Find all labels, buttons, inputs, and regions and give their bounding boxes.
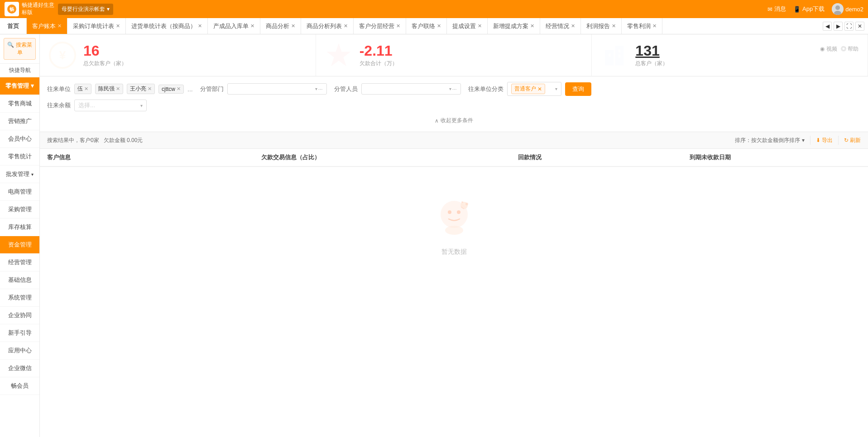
logo-area: 畅 畅捷通好生意 标版 — [5, 2, 54, 16]
sidebar-item-basic-info[interactable]: 基础信息 — [0, 271, 39, 289]
main-layout: 🔍 搜索菜单 快捷导航 零售管理 ▾ 零售商城 营销推广 会员中心 零售统计 批… — [0, 34, 868, 437]
close-icon[interactable]: ✕ — [198, 23, 202, 29]
tab-customer-layer[interactable]: 客户分层经营 ✕ — [354, 18, 406, 34]
svg-point-15 — [445, 226, 463, 235]
video-help-btn[interactable]: ◉ 视频 — [820, 45, 837, 53]
sidebar-item-app-center[interactable]: 应用中心 — [0, 342, 39, 360]
svg-point-21 — [461, 201, 463, 203]
close-icon[interactable]: ✕ — [530, 23, 534, 29]
remove-tag-wu[interactable]: ✕ — [84, 86, 88, 92]
close-icon[interactable]: ✕ — [612, 23, 616, 29]
sidebar-item-marketing[interactable]: 营销推广 — [0, 113, 39, 130]
close-icon[interactable]: ✕ — [291, 23, 295, 29]
query-button[interactable]: 查询 — [565, 82, 591, 96]
tab-new-commission[interactable]: 新增提成方案 ✕ — [488, 18, 540, 34]
user-profile[interactable]: demo2 — [832, 3, 863, 15]
tab-retail-profit[interactable]: 零售利润 ✕ — [622, 18, 662, 34]
close-icon[interactable]: ✕ — [571, 23, 575, 29]
sort-select[interactable]: 排序：按欠款金额倒序排序 ▾ — [735, 137, 805, 144]
refresh-icon: ↻ — [844, 137, 849, 143]
sidebar-item-purchase[interactable]: 采购管理 — [0, 201, 39, 218]
messages-btn[interactable]: ✉ 消息 — [767, 5, 786, 13]
sidebar-item-retail-mgmt[interactable]: 零售管理 ▾ — [0, 77, 39, 95]
search-menu-btn[interactable]: 🔍 搜索菜单 — [4, 38, 36, 60]
svg-text:+: + — [337, 49, 340, 53]
sidebar: 🔍 搜索菜单 快捷导航 零售管理 ▾ 零售商城 营销推广 会员中心 零售统计 批… — [0, 34, 40, 437]
filter-tag-wu[interactable]: 伍 ✕ — [74, 84, 91, 94]
tab-product-instock[interactable]: 产成品入库单 ✕ — [208, 18, 260, 34]
nav-close-all[interactable]: ✕ — [855, 22, 864, 31]
remove-tag-wang[interactable]: ✕ — [148, 86, 152, 92]
close-icon[interactable]: ✕ — [478, 23, 482, 29]
tab-inventory-stats[interactable]: 进货单统计表（按商品） ✕ — [126, 18, 208, 34]
filter-tag-cjttcw[interactable]: cjttcw ✕ — [158, 85, 184, 94]
stat-customers-label: 总欠款客户（家） — [83, 60, 127, 67]
close-icon[interactable]: ✕ — [437, 23, 441, 29]
sidebar-item-inventory[interactable]: 库存核算 — [0, 218, 39, 236]
remove-classify-tag[interactable]: ✕ — [537, 86, 542, 92]
top-bar-right: ✉ 消息 📱 App下载 demo2 — [767, 3, 863, 15]
tab-profit-report[interactable]: 利润报告 ✕ — [581, 18, 622, 34]
sidebar-item-enterprise[interactable]: 企业协同 — [0, 307, 39, 324]
tab-purchase-order-stats[interactable]: 采购订单统计表 ✕ — [67, 18, 126, 34]
stat-total-value: 131 — [635, 43, 668, 58]
close-icon[interactable]: ✕ — [344, 23, 348, 29]
dept-select[interactable]: ▾ ··· — [227, 83, 327, 95]
close-icon[interactable]: ✕ — [58, 23, 62, 29]
collapse-filters-btn[interactable]: ∧ 收起更多条件 — [435, 117, 473, 124]
sidebar-item-wholesale[interactable]: 批发管理 ▾ — [0, 166, 39, 183]
filter-tag-chen[interactable]: 陈民强 ✕ — [95, 84, 123, 94]
refresh-btn[interactable]: ↻ 刷新 — [844, 137, 861, 144]
help-btn[interactable]: ◎ 帮助 — [841, 45, 858, 53]
nav-fullscreen[interactable]: ⛶ — [844, 22, 854, 31]
person-select[interactable]: ▾ ··· — [361, 83, 461, 95]
nav-left-arrow[interactable]: ◀ — [823, 22, 832, 31]
download-btn[interactable]: 📱 App下载 — [793, 5, 825, 13]
remove-tag-chen[interactable]: ✕ — [116, 86, 120, 92]
stat-card-amount: + -2.11 欠款合计（万） — [316, 34, 592, 76]
sidebar-item-guide[interactable]: 新手引导 — [0, 324, 39, 342]
empty-state: 暂无数据 — [40, 167, 868, 283]
sidebar-item-operation[interactable]: 经营管理 — [0, 254, 39, 271]
svg-point-16 — [448, 210, 451, 214]
sidebar-item-system[interactable]: 系统管理 — [0, 289, 39, 307]
nav-right-arrow[interactable]: ▶ — [834, 22, 843, 31]
close-icon[interactable]: ✕ — [652, 23, 657, 29]
close-icon[interactable]: ✕ — [250, 23, 254, 29]
tab-commission-settings[interactable]: 提成设置 ✕ — [447, 18, 488, 34]
results-summary: 搜索结果中，客户0家 欠款金额 0.00元 — [47, 137, 143, 144]
svg-rect-11 — [609, 53, 611, 57]
tab-customer-contact[interactable]: 客户联络 ✕ — [406, 18, 447, 34]
tab-goods-analysis[interactable]: 商品分析 ✕ — [260, 18, 301, 34]
results-actions: 排序：按欠款金额倒序排序 ▾ ⬇ 导出 ↻ 刷新 — [735, 136, 861, 145]
svg-text:¥: ¥ — [59, 48, 66, 62]
tab-home[interactable]: 首页 — [0, 18, 27, 34]
svg-point-17 — [457, 210, 460, 214]
sidebar-item-wechat[interactable]: 企业微信 — [0, 360, 39, 377]
logo-icon: 畅 — [5, 2, 19, 16]
stat-star-icon: + — [325, 42, 352, 69]
logo-text: 畅捷通好生意 标版 — [22, 2, 54, 16]
quick-nav-btn[interactable]: 快捷导航 — [0, 64, 39, 77]
close-icon[interactable]: ✕ — [396, 23, 400, 29]
sidebar-item-retail-mall[interactable]: 零售商城 — [0, 95, 39, 113]
message-icon: ✉ — [767, 6, 772, 13]
classify-select[interactable]: 普通客户 ✕ ▾ — [507, 82, 561, 96]
tab-goods-analysis-list[interactable]: 商品分析列表 ✕ — [301, 18, 354, 34]
balance-select[interactable]: 选择... ▾ — [74, 100, 147, 111]
export-btn[interactable]: ⬇ 导出 — [816, 137, 833, 144]
sidebar-item-ecommerce[interactable]: 电商管理 — [0, 183, 39, 201]
classify-tag[interactable]: 普通客户 ✕ — [511, 84, 545, 94]
more-tags-btn[interactable]: ... — [187, 86, 193, 93]
sidebar-item-retail-stats[interactable]: 零售统计 — [0, 148, 39, 166]
close-icon[interactable]: ✕ — [116, 23, 120, 29]
company-selector[interactable]: 母婴行业演示帐套 ▾ — [58, 4, 113, 15]
tab-customer-ledger[interactable]: 客户账本 ✕ — [27, 18, 67, 34]
remove-tag-cjttcw[interactable]: ✕ — [177, 86, 181, 92]
filter-tag-wang[interactable]: 王小亮 ✕ — [127, 84, 155, 94]
tab-business-status[interactable]: 经营情况 ✕ — [540, 18, 581, 34]
sidebar-item-member[interactable]: 会员中心 — [0, 130, 39, 148]
sidebar-item-vip[interactable]: 畅会员 — [0, 377, 39, 395]
avatar — [832, 3, 844, 15]
sidebar-item-finance[interactable]: 资金管理 — [0, 236, 39, 254]
